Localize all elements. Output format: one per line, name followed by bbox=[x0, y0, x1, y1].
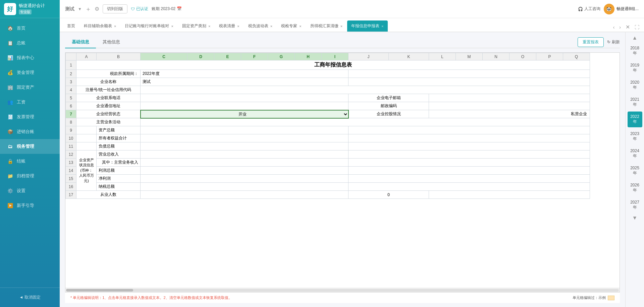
reset-report-btn[interactable]: 重置报表 bbox=[578, 37, 604, 47]
col-header-O[interactable]: O bbox=[509, 53, 536, 60]
cell-6-L[interactable] bbox=[429, 102, 590, 110]
col-header-D[interactable]: D bbox=[187, 53, 214, 60]
tab-item-8[interactable]: 年报信息申报表× bbox=[347, 20, 387, 32]
tab-close-8[interactable]: × bbox=[381, 24, 383, 28]
cell-15-C[interactable] bbox=[141, 175, 348, 183]
cell-12-A[interactable]: 企业资产状况信息(币种：人民币万元) bbox=[76, 150, 97, 191]
cell-17-C[interactable] bbox=[141, 191, 348, 199]
cell-13-J[interactable] bbox=[348, 159, 590, 167]
cell-17-L[interactable] bbox=[429, 191, 590, 199]
col-header-H[interactable]: H bbox=[295, 53, 322, 60]
sidebar-item-payroll[interactable]: 👥 工资 bbox=[0, 95, 60, 109]
year-up-btn[interactable]: ▲ bbox=[631, 34, 639, 42]
col-header-M[interactable]: M bbox=[456, 53, 483, 60]
cell-7-J[interactable]: 企业控股情况 bbox=[348, 110, 429, 118]
cell-11-B[interactable]: 负债总额 bbox=[97, 142, 141, 150]
cell-4-A[interactable]: 注册号/统一社会信用代码 bbox=[76, 86, 141, 94]
cell-7-L[interactable]: 私营企业 bbox=[429, 110, 590, 118]
sidebar-item-guide[interactable]: ▶️ 新手引导 bbox=[0, 198, 60, 213]
hscroll-track[interactable] bbox=[66, 289, 619, 292]
cell-13-C[interactable] bbox=[141, 159, 348, 167]
tab-close-6[interactable]: × bbox=[299, 24, 301, 28]
cell-2-A[interactable]: 税款所属期间： bbox=[76, 70, 141, 78]
cell-3-C[interactable]: 测试 bbox=[141, 78, 348, 86]
cell-10-C[interactable] bbox=[141, 134, 348, 142]
topbar-add-btn[interactable]: ＋ bbox=[85, 5, 91, 13]
cell-14-C[interactable] bbox=[141, 167, 348, 175]
cell-9-B[interactable]: 资产总额 bbox=[97, 126, 141, 134]
cell-15-J[interactable] bbox=[348, 175, 590, 183]
col-header-L[interactable]: L bbox=[429, 53, 456, 60]
col-header-Q[interactable]: Q bbox=[563, 53, 590, 60]
cell-11-A[interactable] bbox=[76, 142, 97, 150]
cell-2-J[interactable] bbox=[348, 70, 590, 78]
col-header-P[interactable]: P bbox=[536, 53, 563, 60]
cell-5-L[interactable] bbox=[429, 94, 590, 102]
sidebar-collapse-btn[interactable]: ◄ 取消固定 bbox=[0, 291, 60, 304]
cell-6-A[interactable]: 企业通信地址 bbox=[76, 102, 141, 110]
topbar-settings-btn[interactable]: ⚙ bbox=[95, 6, 99, 12]
col-header-A[interactable]: A bbox=[76, 53, 97, 60]
cell-11-J[interactable] bbox=[348, 142, 590, 150]
tabbar-expand-btn[interactable]: ⛶ bbox=[633, 23, 641, 31]
tab-item-6[interactable]: 税检专家× bbox=[277, 20, 305, 32]
col-header-K[interactable]: K bbox=[389, 53, 429, 60]
cell-5-C[interactable] bbox=[141, 94, 348, 102]
sidebar-item-reports[interactable]: 📊 报表中心 bbox=[0, 50, 60, 65]
year-btn-2023年[interactable]: 2023年 bbox=[628, 129, 642, 144]
tab-item-3[interactable]: 固定资产类别× bbox=[178, 20, 214, 32]
cell-5-A[interactable]: 企业联系电话 bbox=[76, 94, 141, 102]
cell-14-J[interactable] bbox=[348, 167, 590, 175]
cell-10-J[interactable] bbox=[348, 134, 590, 142]
tab-close-3[interactable]: × bbox=[208, 24, 210, 28]
cell-3-A[interactable]: 企业名称 bbox=[76, 78, 141, 86]
spreadsheet-scroll[interactable]: A B C D E F G H I J K L bbox=[65, 53, 620, 288]
col-header-G[interactable]: G bbox=[268, 53, 295, 60]
cell-10-B[interactable]: 所有者权益合计 bbox=[97, 134, 141, 142]
cell-14-B[interactable]: 利润总额 bbox=[97, 167, 141, 175]
cell-6-C[interactable] bbox=[141, 102, 348, 110]
col-header-B[interactable]: B bbox=[97, 53, 141, 60]
cell-16-J[interactable] bbox=[348, 183, 590, 191]
cell-9-J[interactable] bbox=[348, 126, 590, 134]
tab-close-1[interactable]: × bbox=[114, 24, 116, 28]
cell-9-C[interactable] bbox=[141, 126, 348, 134]
tab-close-4[interactable]: × bbox=[237, 24, 239, 28]
col-header-E[interactable]: E bbox=[214, 53, 241, 60]
col-header-F[interactable]: F bbox=[241, 53, 268, 60]
sidebar-item-close[interactable]: 🔒 结账 bbox=[0, 154, 60, 169]
cell-4-C[interactable] bbox=[141, 86, 590, 94]
refresh-btn[interactable]: ↻ 刷新 bbox=[607, 39, 620, 45]
cell-16-C[interactable] bbox=[141, 183, 348, 191]
col-header-N[interactable]: N bbox=[483, 53, 509, 60]
sheet-hscroll[interactable] bbox=[65, 288, 620, 292]
year-btn-2022年[interactable]: 2022年 bbox=[628, 112, 642, 127]
cell-2-C[interactable]: 2022年度 bbox=[141, 70, 348, 78]
subtab-other-info[interactable]: 其他信息 bbox=[96, 36, 127, 48]
tab-item-7[interactable]: 所得税汇算清缴× bbox=[306, 20, 346, 32]
tab-close-2[interactable]: × bbox=[171, 24, 173, 28]
tab-item-5[interactable]: 税负波动表× bbox=[244, 20, 276, 32]
sidebar-item-ledger[interactable]: 📋 总账 bbox=[0, 36, 60, 50]
tabbar-prev-btn[interactable]: ‹ bbox=[612, 23, 616, 31]
sheet-title[interactable]: 工商年报信息表 bbox=[76, 60, 590, 70]
sidebar-item-tax[interactable]: 🗂 税务管理 bbox=[0, 139, 60, 154]
col-header-I[interactable]: I bbox=[322, 53, 348, 60]
cell-15-B[interactable]: 净利润 bbox=[97, 175, 141, 183]
cell-7-A[interactable]: 企业经营状态 bbox=[76, 110, 141, 118]
year-btn-2025年[interactable]: 2025年 bbox=[628, 163, 642, 179]
year-btn-2024年[interactable]: 2024年 bbox=[628, 146, 642, 162]
cell-5-J[interactable]: 企业电子邮箱 bbox=[348, 94, 429, 102]
year-btn-2026年[interactable]: 2026年 bbox=[628, 180, 642, 196]
tabbar-next-btn[interactable]: › bbox=[618, 23, 622, 31]
cell-13-B[interactable]: 其中：主营业务收入 bbox=[97, 159, 141, 167]
cell-12-B[interactable]: 营业总收入 bbox=[97, 150, 141, 159]
sidebar-item-invoices[interactable]: 🧾 发票管理 bbox=[0, 109, 60, 124]
cell-12-C[interactable] bbox=[141, 150, 348, 159]
sidebar-item-settings[interactable]: ⚙️ 设置 bbox=[0, 183, 60, 198]
year-down-btn[interactable]: ▼ bbox=[631, 214, 639, 222]
col-header-C[interactable]: C bbox=[141, 53, 187, 60]
col-header-J[interactable]: J bbox=[348, 53, 389, 60]
year-btn-2021年[interactable]: 2021年 bbox=[628, 94, 642, 110]
cell-12-J[interactable] bbox=[348, 150, 590, 159]
